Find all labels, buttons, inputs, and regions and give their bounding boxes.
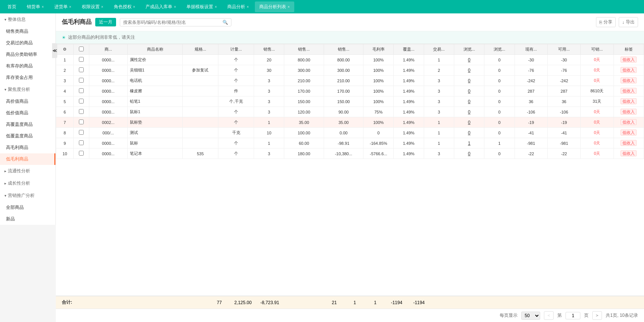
sidebar-group-growth[interactable]: ▸ 成长性分析 xyxy=(0,177,55,189)
close-icon[interactable]: × xyxy=(288,5,290,9)
row-sale-qty: 30 xyxy=(254,65,284,76)
row-tag: 低收入 xyxy=(613,55,644,65)
row-tag: 低收入 xyxy=(613,76,644,86)
col-sale-qty-header[interactable]: 销售... xyxy=(254,44,284,55)
row-browse2: 0 xyxy=(484,149,515,159)
row-checkbox[interactable] xyxy=(79,88,84,93)
col-checkbox[interactable] xyxy=(74,44,89,55)
row-gross-rate: 1.49% xyxy=(394,128,424,138)
nav-permissions[interactable]: 权限设置 × xyxy=(77,1,108,12)
row-code: 000/... xyxy=(89,128,127,138)
row-avail: -76 xyxy=(548,65,581,76)
sidebar-group-overall[interactable]: ▾ 整体信息 xyxy=(0,13,55,26)
sidebar-group-circulation[interactable]: ▸ 流通性分析 xyxy=(0,165,55,177)
col-gross-header[interactable]: 覆盖... xyxy=(394,44,424,55)
row-checkbox[interactable] xyxy=(79,151,84,156)
share-button[interactable]: ⎘ 分享 xyxy=(596,17,616,27)
sidebar-item-high-margin[interactable]: 高毛利商品 xyxy=(0,142,55,153)
nav-purchase[interactable]: 进货单 × xyxy=(50,1,76,12)
close-icon[interactable]: × xyxy=(133,5,135,9)
row-name: 测试 xyxy=(128,128,183,138)
col-code-header[interactable]: 商... xyxy=(89,44,127,55)
sidebar-item-high-coverage[interactable]: 高覆盖度商品 xyxy=(0,119,55,130)
sidebar-item-new-products[interactable]: 新品 xyxy=(0,213,55,225)
row-checkbox[interactable] xyxy=(79,119,84,124)
col-sale-profit-header[interactable]: 销售... xyxy=(324,44,363,55)
col-name-header[interactable]: 商品名称 xyxy=(128,44,183,55)
row-num: 9 xyxy=(56,138,74,149)
time-filter-button[interactable]: 近一月 xyxy=(95,18,116,26)
sidebar-item-all-products[interactable]: 全部商品 xyxy=(0,202,55,213)
sidebar-group-focus[interactable]: ▾ 聚焦度分析 xyxy=(0,83,55,96)
share-icon: ⎘ xyxy=(599,20,602,25)
sidebar-item-traded-products[interactable]: 交易过的商品 xyxy=(0,37,55,49)
nav-product-analysis-list[interactable]: 商品分析列表 × xyxy=(255,1,294,12)
sidebar-item-high-value[interactable]: 高价值商品 xyxy=(0,96,55,107)
row-checkbox[interactable] xyxy=(79,99,84,103)
close-icon[interactable]: × xyxy=(215,5,217,9)
close-icon[interactable]: × xyxy=(69,5,71,9)
row-checkbox[interactable] xyxy=(79,67,84,72)
sidebar-item-low-coverage[interactable]: 低覆盖度商品 xyxy=(0,130,55,142)
col-browse2-header[interactable]: 浏览... xyxy=(484,44,515,55)
row-num: 10 xyxy=(56,149,74,159)
row-spec xyxy=(182,117,218,128)
row-avail: -41 xyxy=(548,128,581,138)
table-row: 8 000/... 测试 千克 10 100.00 0.00 0 1.49% 1… xyxy=(56,128,644,138)
select-all-checkbox[interactable] xyxy=(79,47,84,51)
row-profit-rate: 100% xyxy=(363,96,394,107)
close-icon[interactable]: × xyxy=(42,5,44,9)
row-checkbox[interactable] xyxy=(79,78,84,83)
row-sale-qty: 1 xyxy=(254,138,284,149)
col-trade-header[interactable]: 交易... xyxy=(424,44,454,55)
col-profit-rate-header[interactable]: 毛利率 xyxy=(363,44,394,55)
next-page-button[interactable]: ＞ xyxy=(592,311,602,320)
row-checkbox[interactable] xyxy=(79,140,84,145)
row-code: 0000... xyxy=(89,149,127,159)
sidebar-item-stock-capital[interactable]: 库存资金占用 xyxy=(0,72,55,83)
prev-page-button[interactable]: ＜ xyxy=(544,311,554,320)
sidebar-item-sales-products[interactable]: 销售类商品 xyxy=(0,26,55,37)
col-browse1-header[interactable]: 浏览... xyxy=(454,44,484,55)
col-tag-header[interactable]: 标签 xyxy=(613,44,644,55)
sidebar-item-low-value[interactable]: 低价值商品 xyxy=(0,107,55,119)
nav-sales[interactable]: 销货单 × xyxy=(22,1,48,12)
row-current: -76 xyxy=(515,65,548,76)
close-icon[interactable]: × xyxy=(247,5,249,9)
export-icon: ↓ xyxy=(622,20,624,25)
row-sale-amount: 60.00 xyxy=(284,138,324,149)
sidebar-collapse-btn[interactable]: ≪ xyxy=(52,43,57,58)
nav-template[interactable]: 单据模板设置 × xyxy=(182,1,221,12)
row-checkbox[interactable] xyxy=(79,57,84,62)
row-sale-qty: 3 xyxy=(254,96,284,107)
close-icon[interactable]: × xyxy=(101,5,103,9)
sidebar-item-low-margin[interactable]: 低毛利商品 xyxy=(0,153,55,165)
nav-product-analysis[interactable]: 商品分析 × xyxy=(223,1,253,12)
col-unit-header[interactable]: 计量... xyxy=(218,44,254,55)
sidebar-item-in-stock[interactable]: 有库存的商品 xyxy=(0,60,55,72)
sidebar-group-marketing[interactable]: ▾ 营销推广分析 xyxy=(0,189,55,202)
col-sellable-header[interactable]: 可销... xyxy=(580,44,613,55)
row-checkbox[interactable] xyxy=(79,109,84,114)
search-input[interactable] xyxy=(123,20,221,25)
row-sale-profit: -98.91 xyxy=(324,138,363,149)
col-spec-header[interactable]: 规格... xyxy=(182,44,218,55)
col-sale-amount-header[interactable]: 销售... xyxy=(284,44,324,55)
search-icon[interactable]: 🔍 xyxy=(222,20,228,25)
nav-finished-goods[interactable]: 产成品入库单 × xyxy=(141,1,180,12)
row-current: -19 xyxy=(515,117,548,128)
page-number-input[interactable] xyxy=(565,312,580,319)
row-checkbox[interactable] xyxy=(79,130,84,135)
col-setting[interactable]: ⚙ xyxy=(56,44,74,55)
sidebar-item-category-rate[interactable]: 商品分类助销率 xyxy=(0,49,55,60)
total-browse1: 1 xyxy=(345,300,365,305)
col-avail-header[interactable]: 可用... xyxy=(548,44,581,55)
row-checkbox-cell xyxy=(74,107,89,117)
nav-roles[interactable]: 角色授权 × xyxy=(109,1,140,12)
nav-home[interactable]: 首页 xyxy=(3,1,21,12)
close-icon[interactable]: × xyxy=(174,5,176,9)
per-page-select[interactable]: 50 100 200 xyxy=(521,312,540,320)
row-name: 鼠标垫 xyxy=(128,117,183,128)
export-button[interactable]: ↓ 导出 xyxy=(619,17,638,27)
col-current-header[interactable]: 现有... xyxy=(515,44,548,55)
